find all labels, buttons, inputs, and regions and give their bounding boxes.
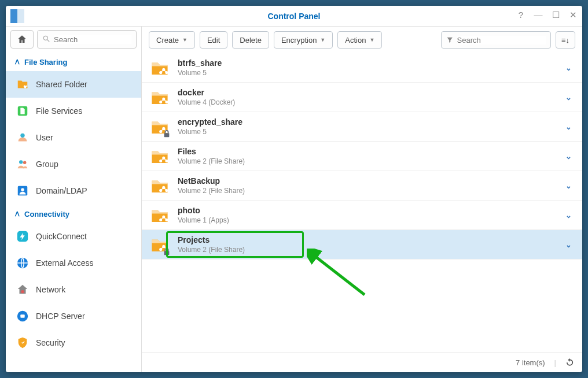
home-icon: [17, 34, 27, 45]
folder-location: Volume 5: [178, 69, 557, 77]
titlebar: Control Panel ? — ☐ ✕: [6, 6, 582, 27]
action-button[interactable]: Action▼: [337, 31, 382, 49]
folder-name: NetBackup: [178, 176, 557, 186]
svg-point-3: [23, 87, 24, 88]
quickconnect-icon: [16, 230, 29, 243]
main-panel: Create▼ Edit Delete Encryption▼ Action▼ …: [142, 27, 582, 372]
chevron-down-icon[interactable]: ⌄: [565, 181, 572, 190]
folder-name: Files: [178, 147, 557, 156]
folder-row[interactable]: FilesVolume 2 (File Share)⌄: [142, 142, 582, 171]
sidebar-search-input[interactable]: [54, 35, 131, 44]
folder-info: NetBackupVolume 2 (File Share): [178, 176, 557, 195]
chevron-down-icon[interactable]: ⌄: [565, 64, 572, 72]
chevron-down-icon[interactable]: ⌄: [565, 152, 572, 161]
chevron-down-icon[interactable]: ⌄: [565, 93, 572, 102]
item-count: 7 item(s): [516, 358, 545, 367]
section-header[interactable]: ᐱConnectivity: [6, 204, 141, 223]
main-search-input[interactable]: [457, 36, 546, 45]
divider: |: [554, 358, 556, 367]
refresh-icon: [565, 358, 574, 366]
folder-row[interactable]: dockerVolume 4 (Docker)⌄: [142, 83, 582, 112]
app-icon: [10, 9, 24, 23]
network-icon: [16, 283, 29, 296]
folder-info: FilesVolume 2 (File Share): [178, 147, 557, 165]
svg-rect-53: [164, 251, 170, 255]
folder-row[interactable]: encrypted_shareVolume 5⌄: [142, 112, 582, 142]
svg-point-0: [43, 36, 47, 40]
folder-row[interactable]: ProjectsVolume 2 (File Share)⌄: [142, 230, 582, 260]
search-icon: [42, 35, 50, 45]
caret-icon: ▼: [320, 37, 325, 43]
security-icon: [16, 336, 29, 349]
encryption-label: Encryption: [281, 36, 317, 45]
toolbar: Create▼ Edit Delete Encryption▼ Action▼ …: [142, 27, 582, 53]
close-icon[interactable]: ✕: [568, 10, 578, 20]
sidebar-item-domain-ldap[interactable]: Domain/LDAP: [6, 177, 141, 204]
folder-info: encrypted_shareVolume 5: [178, 117, 557, 136]
sidebar-item-label: DHCP Server: [36, 312, 85, 321]
refresh-button[interactable]: [565, 358, 574, 368]
sidebar-item-file-services[interactable]: File Services: [6, 98, 141, 124]
maximize-icon[interactable]: ☐: [551, 10, 560, 20]
sidebar-item-label: Network: [36, 285, 65, 294]
svg-line-1: [47, 39, 50, 42]
funnel-icon: [446, 36, 454, 44]
folder-location: Volume 2 (File Share): [178, 187, 557, 195]
sidebar-item-quickconnect[interactable]: QuickConnect: [6, 223, 141, 250]
folder-location: Volume 1 (Apps): [178, 216, 557, 224]
external-icon: [16, 257, 29, 269]
sidebar-item-label: User: [36, 133, 53, 142]
folder-row[interactable]: photoVolume 1 (Apps)⌄: [142, 201, 582, 230]
section-header[interactable]: ᐱFile Sharing: [6, 52, 141, 71]
svg-point-8: [19, 160, 23, 164]
folder-location: Volume 2 (File Share): [178, 157, 557, 165]
folder-info: photoVolume 1 (Apps): [178, 206, 557, 224]
folder-icon: [150, 146, 170, 166]
sidebar-item-user[interactable]: User: [6, 124, 141, 151]
sidebar-item-label: External Access: [36, 258, 94, 268]
svg-point-9: [23, 161, 26, 165]
domain-icon: [16, 184, 29, 197]
minimize-icon[interactable]: —: [534, 10, 543, 20]
folder-icon: [150, 87, 170, 107]
folder-icon: [150, 235, 170, 254]
sidebar-item-security[interactable]: Security: [6, 329, 141, 356]
folder-row[interactable]: btrfs_shareVolume 5⌄: [142, 53, 582, 83]
folder-name: btrfs_share: [178, 58, 557, 68]
window-controls: ? — ☐ ✕: [516, 10, 578, 20]
chevron-down-icon[interactable]: ⌄: [565, 211, 572, 220]
folder-name: docker: [178, 88, 557, 97]
sidebar-top: [6, 27, 141, 52]
folder-icon: [150, 205, 170, 225]
folder-info: dockerVolume 4 (Docker): [178, 88, 557, 106]
sidebar-item-dhcp-server[interactable]: DHCP Server: [6, 303, 141, 329]
folder-row[interactable]: NetBackupVolume 2 (File Share)⌄: [142, 171, 582, 201]
home-button[interactable]: [10, 30, 34, 49]
delete-button[interactable]: Delete: [232, 31, 269, 49]
sidebar-item-external-access[interactable]: External Access: [6, 250, 141, 276]
chevron-down-icon[interactable]: ⌄: [565, 123, 572, 131]
sidebar-item-network[interactable]: Network: [6, 276, 141, 303]
sidebar-item-group[interactable]: Group: [6, 151, 141, 177]
sort-button[interactable]: ≡↓: [556, 31, 575, 49]
main-search[interactable]: [441, 31, 551, 49]
svg-point-5: [24, 85, 25, 86]
chevron-down-icon[interactable]: ⌄: [565, 240, 572, 249]
control-panel-window: Control Panel ? — ☐ ✕ ᐱFile SharingShare: [6, 6, 582, 372]
folder-info: ProjectsVolume 2 (File Share): [178, 235, 557, 254]
caret-icon: ▼: [369, 37, 374, 43]
svg-point-14: [21, 290, 24, 294]
edit-button[interactable]: Edit: [200, 31, 227, 49]
statusbar: 7 item(s) |: [142, 353, 582, 372]
create-button[interactable]: Create▼: [149, 31, 195, 49]
folder-share-icon: [16, 78, 29, 91]
svg-rect-16: [20, 314, 24, 318]
folder-name: Projects: [178, 235, 557, 244]
encryption-button[interactable]: Encryption▼: [274, 31, 333, 49]
action-label: Action: [345, 36, 366, 45]
sidebar-item-shared-folder[interactable]: Shared Folder: [6, 71, 141, 98]
sidebar-search[interactable]: [37, 30, 137, 49]
folder-name: photo: [178, 206, 557, 215]
folder-list: btrfs_shareVolume 5⌄dockerVolume 4 (Dock…: [142, 53, 582, 353]
help-icon[interactable]: ?: [516, 10, 525, 20]
